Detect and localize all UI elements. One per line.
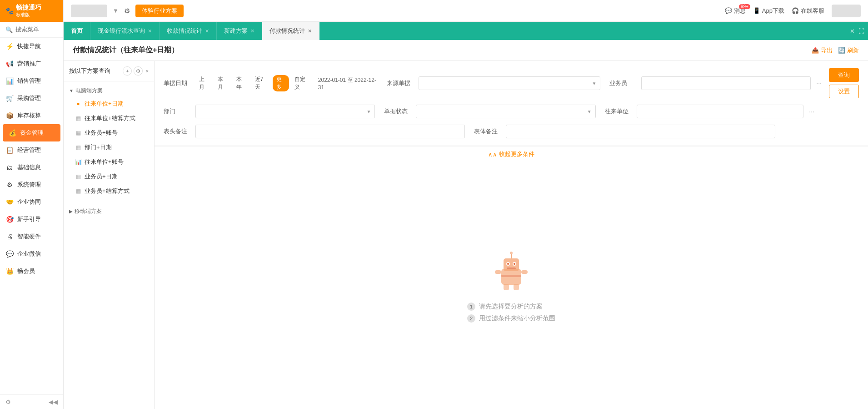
- sidebar-item-capital[interactable]: 💰 资金管理: [3, 124, 60, 141]
- tabbar: 首页 现金银行流水查询 ✕ 收款情况统计 ✕ 新建方案 ✕ 付款情况统计 ✕ ✕…: [64, 22, 868, 40]
- app-icon: 📱: [753, 7, 760, 14]
- body-note-field: [506, 125, 775, 138]
- tab-home[interactable]: 首页: [64, 22, 90, 40]
- partner-input[interactable]: [637, 105, 804, 118]
- close-all-icon[interactable]: ✕: [850, 28, 855, 35]
- source-select[interactable]: ▼: [419, 76, 601, 90]
- tab-close-icon[interactable]: ✕: [148, 28, 152, 34]
- dept-select[interactable]: ▼: [195, 105, 375, 118]
- refresh-icon: 🔄: [838, 47, 845, 54]
- partner-dotdot[interactable]: ···: [807, 108, 816, 115]
- scheme-item-salesman-date[interactable]: ▦ 业务员+日期: [64, 169, 154, 184]
- tab-close-icon[interactable]: ✕: [250, 28, 254, 34]
- body-note-input[interactable]: [506, 125, 775, 138]
- date-tab-custom[interactable]: 自定义: [291, 75, 312, 92]
- scheme-item-dept-date[interactable]: ▦ 部门+日期: [64, 140, 154, 155]
- export-btn[interactable]: 📤 导出: [812, 46, 833, 55]
- doc-status-select[interactable]: ▼: [416, 105, 595, 118]
- scheme-add-btn[interactable]: +: [123, 66, 132, 76]
- partner-field: ···: [637, 105, 816, 118]
- date-tab-this-year[interactable]: 本年: [233, 75, 249, 92]
- sidebar-item-enterprise[interactable]: 🤝 企业协同: [0, 193, 63, 211]
- online-service[interactable]: 🎧 在线客服: [792, 7, 824, 15]
- tab-close-icon[interactable]: ✕: [308, 28, 312, 34]
- sidebar-item-system[interactable]: ⚙ 系统管理: [0, 176, 63, 193]
- user-avatar[interactable]: [832, 5, 861, 17]
- sidebar-item-member[interactable]: 👑 畅会员: [0, 263, 63, 280]
- profile-dropdown-arrow[interactable]: ▼: [113, 7, 119, 14]
- refresh-btn[interactable]: 🔄 刷新: [838, 46, 859, 55]
- basic-icon: 🗂: [5, 163, 14, 172]
- sidebar-item-label: 资金管理: [20, 129, 44, 137]
- sidebar-item-guide[interactable]: 🎯 新手引导: [0, 211, 63, 228]
- sidebar-item-operations[interactable]: 📋 经营管理: [0, 141, 63, 159]
- sidebar-item-sales[interactable]: 📊 销售管理: [0, 72, 63, 90]
- svg-point-5: [514, 263, 515, 265]
- sidebar-item-hardware[interactable]: 🖨 智能硬件: [0, 228, 63, 245]
- scheme-item-label: 往来单位+日期: [85, 100, 124, 108]
- scheme-item-salesman-account[interactable]: ▦ 业务员+账号: [64, 126, 154, 140]
- query-btn[interactable]: 查询: [829, 68, 859, 82]
- sidebar-item-quick-nav[interactable]: ⚡ 快捷导航: [0, 38, 63, 55]
- settings-icon[interactable]: ⚙: [5, 399, 11, 405]
- service-icon: 🎧: [792, 7, 799, 14]
- collapse-bar[interactable]: ∧∧ 收起更多条件: [155, 146, 868, 162]
- sidebar-item-label: 经营管理: [17, 146, 41, 154]
- salesman-input[interactable]: [641, 76, 811, 90]
- hardware-icon: 🖨: [5, 232, 14, 241]
- sidebar-item-wechat[interactable]: 💬 企业微信: [0, 245, 63, 263]
- scheme-item-partner-date[interactable]: ● 往来单位+日期: [64, 96, 154, 111]
- scheme-group-mobile: ▶ 移动端方案: [64, 202, 154, 221]
- date-tab-this-month[interactable]: 本月: [214, 75, 231, 92]
- header-note-input[interactable]: [195, 125, 465, 138]
- scheme-item-label: 业务员+结算方式: [85, 187, 130, 195]
- search-menu-button[interactable]: 🔍 搜索菜单: [0, 22, 63, 38]
- date-tab-more[interactable]: 更多: [273, 75, 289, 91]
- salesman-dotdot[interactable]: ···: [814, 80, 823, 87]
- svg-rect-12: [514, 284, 519, 290]
- group-title-label: 电脑端方案: [75, 87, 103, 95]
- action-btn-group: 查询 设置: [829, 68, 859, 98]
- sidebar-item-label: 企业微信: [17, 250, 41, 258]
- dept-select-arrow: ▼: [366, 109, 371, 114]
- scheme-group-desktop-title[interactable]: ▼ 电脑端方案: [64, 85, 154, 96]
- sidebar-item-basic[interactable]: 🗂 基础信息: [0, 159, 63, 176]
- sidebar-item-label: 采购管理: [17, 94, 41, 102]
- sidebar-item-marketing[interactable]: 📢 营销推广: [0, 55, 63, 72]
- settings-gear-icon[interactable]: ⚙: [124, 7, 130, 15]
- tab-bank-flow[interactable]: 现金银行流水查询 ✕: [90, 22, 160, 40]
- guide-icon: 🎯: [5, 215, 14, 223]
- topbar-actions: 💬 消息 99+ 📱 App下载 🎧 在线客服: [725, 5, 861, 17]
- expand-icon[interactable]: ⛶: [858, 28, 864, 35]
- tab-new-scheme[interactable]: 新建方案 ✕: [217, 22, 262, 40]
- svg-point-7: [510, 252, 513, 254]
- date-tab-last-month[interactable]: 上月: [195, 75, 212, 92]
- user-profile[interactable]: [71, 5, 107, 17]
- scheme-collapse-btn[interactable]: «: [145, 68, 149, 74]
- date-tab-7days[interactable]: 近7天: [251, 75, 271, 92]
- marketing-icon: 📢: [5, 60, 14, 68]
- scheme-item-partner-settle[interactable]: ▦ 往来单位+结算方式: [64, 111, 154, 126]
- sidebar-item-label: 系统管理: [17, 181, 41, 189]
- tab-payment-stats[interactable]: 付款情况统计 ✕: [262, 22, 319, 40]
- collapse-sidebar-icon[interactable]: ◀◀: [49, 399, 58, 405]
- app-download[interactable]: 📱 App下载: [753, 7, 784, 15]
- scheme-item-partner-account[interactable]: 📊 往来单位+账号: [64, 155, 154, 169]
- scheme-header: 按以下方案查询 + ⚙ «: [64, 61, 154, 81]
- sidebar-item-purchase[interactable]: 🛒 采购管理: [0, 90, 63, 107]
- scheme-settings-btn[interactable]: ⚙: [134, 66, 143, 76]
- message-badge[interactable]: 💬 消息 99+: [725, 7, 746, 15]
- scheme-item-salesman-settle[interactable]: ▦ 业务员+结算方式: [64, 184, 154, 198]
- tab-receipt-stats[interactable]: 收款情况统计 ✕: [160, 22, 217, 40]
- empty-illustration: [489, 248, 534, 295]
- main-area: ▼ ⚙ 体验行业方案 💬 消息 99+ 📱 App下载 🎧 在线客服 首页: [64, 0, 868, 409]
- active-scheme-icon: ●: [75, 100, 82, 107]
- tip-num-1: 1: [467, 303, 475, 311]
- settings-btn[interactable]: 设置: [829, 85, 859, 98]
- system-icon: ⚙: [5, 181, 14, 189]
- trial-btn[interactable]: 体验行业方案: [135, 5, 184, 17]
- sidebar-item-inventory[interactable]: 📦 库存核算: [0, 107, 63, 124]
- tab-close-icon[interactable]: ✕: [205, 28, 209, 34]
- scheme-group-mobile-title[interactable]: ▶ 移动端方案: [64, 206, 154, 217]
- header-note-label: 表头备注: [164, 127, 195, 136]
